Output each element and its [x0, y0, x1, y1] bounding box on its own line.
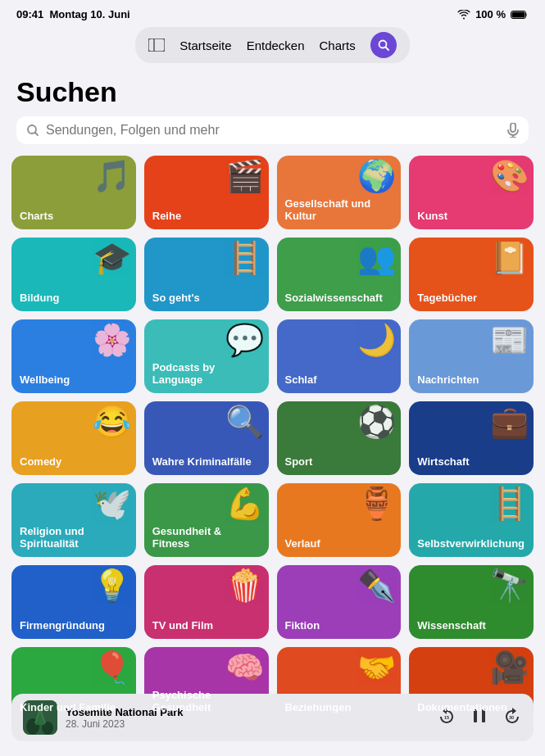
search-bar[interactable] — [16, 116, 529, 144]
category-cell[interactable]: 💬Podcasts by Language — [144, 319, 269, 393]
category-cell[interactable]: 💼Wirtschaft — [409, 401, 534, 475]
category-icon: 🔭 — [490, 570, 529, 601]
category-cell[interactable]: 🎈Kinder und Familie — [11, 647, 136, 713]
svg-rect-2 — [148, 38, 165, 52]
category-icon: 🏺 — [357, 488, 396, 519]
category-icon: 🎬 — [225, 161, 264, 192]
category-icon: 💪 — [225, 488, 264, 519]
search-bar-icon — [26, 124, 39, 137]
category-label: Wirtschaft — [417, 455, 525, 469]
category-label: Wissenschaft — [417, 619, 525, 632]
player-date: 28. Juni 2023 — [66, 718, 184, 730]
mic-icon[interactable] — [507, 123, 519, 138]
category-cell[interactable]: 💪Gesundheit & Fitness — [144, 483, 269, 557]
category-icon: 🎥 — [490, 652, 529, 683]
category-cell[interactable]: 🎨Kunst — [409, 156, 534, 229]
category-label: Verlauf — [285, 537, 393, 550]
category-cell[interactable]: ✒️Fiktion — [277, 565, 402, 639]
svg-text:15: 15 — [444, 715, 449, 720]
category-cell[interactable]: 🕊️Religion und Spiritualität — [11, 483, 136, 557]
svg-text:30: 30 — [509, 715, 514, 720]
category-icon: 🌸 — [93, 324, 131, 355]
category-label: Beziehungen — [285, 701, 393, 713]
category-label: Psychische Gesundheit — [152, 689, 261, 713]
category-icon: 🪜 — [225, 242, 264, 274]
category-icon: 🎵 — [93, 161, 131, 192]
wifi-icon — [457, 10, 470, 20]
category-cell[interactable]: 🎬Reihe — [144, 156, 269, 229]
category-label: Bildung — [20, 292, 128, 305]
category-icon: 💬 — [225, 324, 264, 355]
category-cell[interactable]: 🌙Schlaf — [277, 319, 402, 393]
category-icon: 🔍 — [225, 406, 264, 437]
category-label: Wahre Kriminalfälle — [152, 455, 261, 469]
category-cell[interactable]: 🌸Wellbeing — [11, 319, 136, 393]
svg-rect-1 — [512, 11, 525, 17]
category-label: Fiktion — [285, 619, 393, 632]
status-bar: 09:41 Montag 10. Juni 100 % — [0, 0, 545, 24]
category-label: Nachrichten — [417, 373, 525, 387]
category-icon: 🍿 — [225, 570, 264, 601]
category-icon: 😂 — [93, 406, 131, 437]
category-icon: 🎈 — [93, 652, 131, 683]
category-cell[interactable]: 📰Nachrichten — [409, 319, 534, 393]
category-label: Selbstverwirklichung — [417, 537, 525, 550]
nav-startseite[interactable]: Startseite — [179, 38, 231, 52]
category-cell[interactable]: 😂Comedy — [11, 401, 136, 475]
category-label: Wellbeing — [20, 373, 128, 387]
category-label: So geht's — [152, 292, 261, 305]
category-label: Firmengründung — [20, 619, 128, 632]
category-cell[interactable]: 🏺Verlauf — [277, 483, 402, 557]
category-label: TV und Film — [152, 619, 261, 632]
nav-charts[interactable]: Charts — [320, 38, 356, 52]
category-cell[interactable]: ⚽Sport — [277, 401, 402, 475]
category-cell[interactable]: 🔍Wahre Kriminalfälle — [144, 401, 269, 475]
category-cell[interactable]: 🪜So geht's — [144, 238, 269, 311]
category-icon: 📔 — [490, 242, 529, 274]
nav-pill: Startseite Entdecken Charts — [135, 27, 409, 63]
status-right: 100 % — [457, 8, 529, 20]
search-input[interactable] — [46, 123, 501, 138]
category-icon: 🤝 — [357, 652, 396, 683]
category-cell[interactable]: 👥Sozialwissenschaft — [277, 238, 402, 311]
category-cell[interactable]: 🎵Charts — [11, 156, 136, 229]
category-label: Tagebücher — [417, 292, 525, 305]
page-title: Suchen — [0, 70, 545, 116]
category-label: Gesundheit & Fitness — [152, 525, 261, 550]
category-label: Reihe — [152, 210, 261, 223]
category-cell[interactable]: 🤝Beziehungen — [277, 647, 402, 713]
category-cell[interactable]: 📔Tagebücher — [409, 238, 534, 311]
category-cell[interactable]: 🧠Psychische Gesundheit — [144, 647, 269, 713]
nav-bar: Startseite Entdecken Charts — [0, 24, 545, 70]
battery-icon — [511, 10, 529, 20]
category-icon: 💡 — [93, 570, 131, 601]
category-label: Sport — [285, 455, 393, 469]
sidebar-icon[interactable] — [148, 37, 165, 53]
category-cell[interactable]: 💡Firmengründung — [11, 565, 136, 639]
svg-line-7 — [35, 133, 39, 136]
category-label: Schlaf — [285, 373, 393, 387]
category-label: Sozialwissenschaft — [285, 292, 393, 305]
category-cell[interactable]: 🎓Bildung — [11, 238, 136, 311]
nav-search-button[interactable] — [370, 32, 397, 58]
category-cell[interactable]: 🍿TV und Film — [144, 565, 269, 639]
category-icon: 🪜 — [490, 488, 529, 519]
category-icon: 👥 — [357, 242, 396, 274]
battery-label: 100 % — [475, 8, 506, 20]
category-icon: ⚽ — [357, 406, 396, 437]
status-time: 09:41 Montag 10. Juni — [16, 8, 130, 20]
category-label: Religion und Spiritualität — [20, 525, 128, 550]
category-cell[interactable]: 🎥Dokumentationen — [409, 647, 534, 713]
svg-rect-8 — [511, 123, 515, 132]
category-icon: 🌙 — [357, 324, 396, 355]
category-icon: 🕊️ — [93, 488, 131, 519]
category-cell[interactable]: 🪜Selbstverwirklichung — [409, 483, 534, 557]
category-icon: ✒️ — [357, 570, 396, 601]
category-icon: 🌍 — [357, 161, 396, 192]
category-cell[interactable]: 🔭Wissenschaft — [409, 565, 534, 639]
nav-entdecken[interactable]: Entdecken — [247, 38, 305, 52]
category-label: Podcasts by Language — [152, 361, 261, 387]
category-cell[interactable]: 🌍Gesellschaft und Kultur — [277, 156, 402, 229]
category-label: Kunst — [417, 210, 525, 223]
category-label: Comedy — [20, 455, 128, 469]
